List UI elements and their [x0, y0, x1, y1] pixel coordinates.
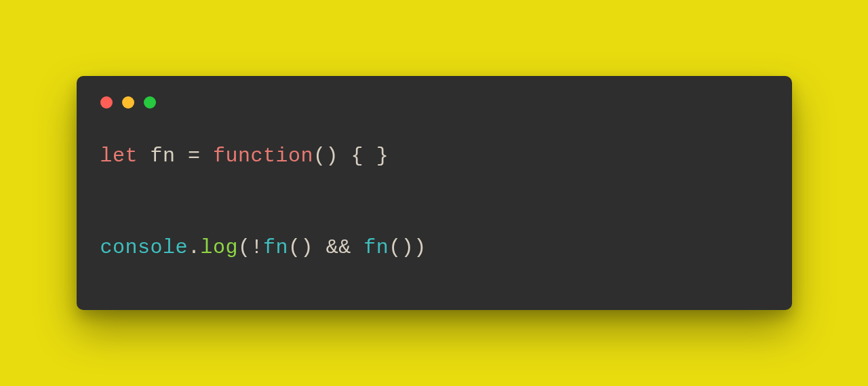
code-line-1: let fn = function() { } — [100, 141, 768, 172]
dot: . — [188, 236, 201, 259]
code-window: let fn = function() { } console.log(!fn(… — [77, 76, 792, 310]
traffic-lights — [100, 96, 768, 109]
operator-equals: = — [176, 144, 214, 168]
code-content: let fn = function() { } console.log(!fn(… — [100, 141, 768, 263]
code-line-blank — [100, 202, 768, 233]
call-parens: () — [288, 236, 313, 259]
brace-open: { — [351, 144, 364, 168]
identifier-console: console — [100, 236, 189, 259]
maximize-icon[interactable] — [144, 96, 156, 109]
method-log: log — [201, 236, 239, 259]
fn-call: fn — [263, 236, 288, 259]
call-parens: () — [389, 236, 414, 259]
brace-close: } — [376, 144, 389, 168]
operator-not: ! — [251, 236, 264, 259]
space — [338, 144, 351, 168]
keyword-function: function — [213, 144, 313, 168]
identifier-fn: fn — [151, 144, 176, 168]
paren-open: ( — [238, 236, 251, 259]
operator-and: && — [313, 236, 363, 259]
minimize-icon[interactable] — [122, 96, 134, 109]
fn-call: fn — [363, 236, 389, 259]
paren-close: ) — [414, 236, 427, 259]
parens: () — [313, 144, 338, 168]
space — [363, 144, 376, 168]
code-line-2: console.log(!fn() && fn()) — [100, 233, 768, 263]
close-icon[interactable] — [100, 96, 113, 109]
code-line-blank — [100, 172, 768, 202]
keyword-let: let — [100, 144, 151, 168]
